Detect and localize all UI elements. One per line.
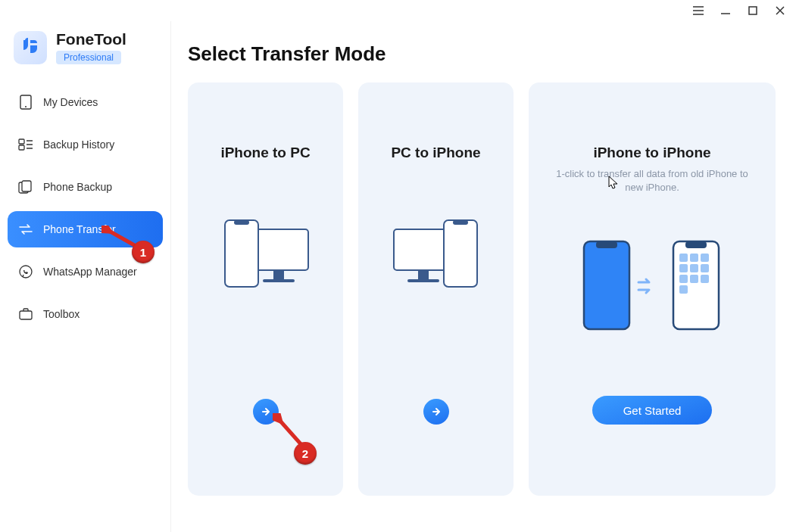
pc-to-iphone-graphic-icon (391, 217, 482, 290)
card-subtitle: 1-click to transfer all data from old iP… (542, 167, 762, 194)
svg-rect-15 (418, 270, 429, 279)
brand: FoneTool Professional (8, 27, 163, 76)
svg-rect-0 (749, 7, 757, 14)
transfer-icon (18, 222, 33, 236)
svg-rect-19 (584, 241, 629, 329)
maximize-icon[interactable] (748, 5, 758, 16)
svg-rect-31 (701, 275, 709, 283)
svg-rect-3 (19, 139, 24, 144)
svg-rect-26 (679, 264, 688, 272)
cursor-pointer-icon (608, 176, 619, 192)
sidebar-item-label: Backup History (43, 138, 114, 151)
main-content: Select Transfer Mode iPhone to PC (171, 21, 796, 532)
svg-rect-6 (22, 181, 31, 191)
sidebar-item-label: My Devices (43, 96, 98, 108)
page-title: Select Transfer Mode (188, 42, 779, 66)
svg-rect-4 (19, 145, 24, 150)
svg-rect-13 (234, 220, 249, 225)
svg-rect-25 (701, 254, 709, 262)
hamburger-menu-icon[interactable] (693, 5, 704, 16)
svg-rect-16 (407, 279, 439, 282)
card-pc-to-iphone[interactable]: PC to iPhone (358, 82, 513, 496)
card-title: iPhone to PC (220, 145, 310, 161)
iphone-to-iphone-graphic-icon (576, 237, 728, 335)
toolbox-icon (18, 307, 33, 321)
close-icon[interactable] (775, 5, 785, 16)
svg-rect-10 (273, 270, 284, 279)
svg-rect-12 (225, 220, 258, 287)
nav-list: My Devices Backup History Phone Backup P… (8, 84, 163, 332)
svg-rect-32 (679, 285, 688, 294)
sidebar-item-backup-history[interactable]: Backup History (8, 126, 163, 163)
device-icon (18, 95, 33, 109)
iphone-to-pc-graphic-icon (220, 217, 311, 290)
svg-rect-8 (20, 311, 32, 319)
svg-rect-22 (685, 241, 707, 248)
sidebar-item-my-devices[interactable]: My Devices (8, 84, 163, 120)
minimize-icon[interactable] (720, 5, 731, 16)
sidebar-item-toolbox[interactable]: Toolbox (8, 296, 163, 332)
card-title: PC to iPhone (391, 145, 480, 161)
brand-logo-icon (14, 31, 47, 64)
sidebar-item-label: WhatsApp Manager (43, 266, 137, 278)
svg-rect-17 (444, 220, 477, 287)
pc-to-iphone-arrow-button[interactable] (423, 399, 449, 425)
svg-rect-11 (263, 279, 295, 282)
svg-rect-24 (690, 254, 698, 262)
card-iphone-to-pc[interactable]: iPhone to PC (188, 82, 343, 496)
svg-rect-30 (690, 275, 698, 283)
sidebar: FoneTool Professional My Devices Backup … (0, 21, 171, 532)
svg-rect-28 (701, 264, 709, 272)
sidebar-item-phone-backup[interactable]: Phone Backup (8, 169, 163, 205)
brand-name: FoneTool (56, 30, 126, 48)
svg-rect-23 (679, 254, 688, 262)
card-title: iPhone to iPhone (593, 145, 710, 161)
svg-rect-29 (679, 275, 688, 283)
whatsapp-icon (18, 265, 33, 278)
brand-badge: Professional (56, 51, 121, 64)
svg-point-7 (20, 266, 32, 278)
svg-rect-20 (596, 241, 617, 248)
card-iphone-to-iphone[interactable]: iPhone to iPhone 1-click to transfer all… (529, 82, 776, 496)
sidebar-item-label: Toolbox (43, 308, 80, 320)
svg-rect-18 (453, 220, 468, 225)
sidebar-item-label: Phone Backup (43, 181, 112, 193)
annotation-badge-1: 1 (132, 241, 155, 263)
get-started-button[interactable]: Get Started (592, 396, 712, 425)
svg-point-2 (25, 106, 27, 107)
backup-icon (18, 180, 33, 194)
history-icon (18, 138, 33, 151)
window-titlebar (0, 0, 796, 21)
svg-rect-27 (690, 264, 698, 272)
annotation-badge-2: 2 (294, 442, 317, 465)
